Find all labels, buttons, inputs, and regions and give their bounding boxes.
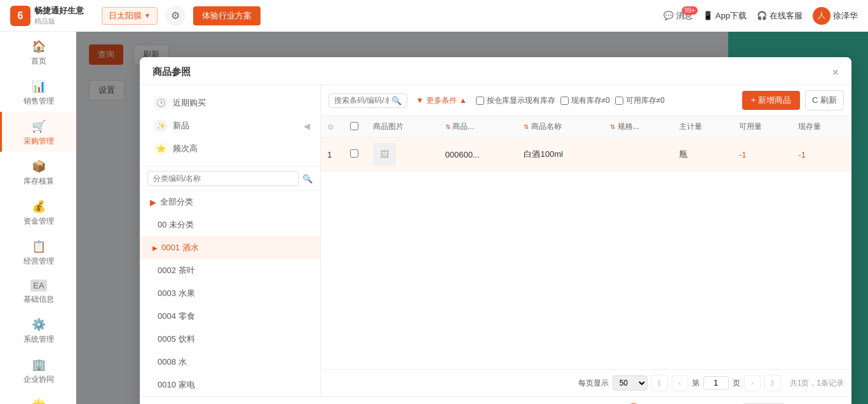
product-search-input[interactable] [334,96,389,105]
per-page-label: 每页显示 [578,378,609,389]
image-icon: 🖼 [380,149,389,159]
sidebar-item-operations[interactable]: 📋 经营管理 [0,232,76,272]
table-header-row: ⚙ 商品图片 ⇅ [321,116,851,138]
modal-header: 商品参照 × [140,57,851,85]
brand-selector[interactable]: 日太阳膜 ▼ [102,7,158,25]
per-page-select[interactable]: 50 100 200 [613,375,648,391]
prev-page-button[interactable]: ‹ [672,375,688,391]
left-panel-header: 🕒 近期购买 ✨ 新品 ⭐ 频次高 ◀ [140,85,320,167]
product-toolbar: 🔍 ▼ 更多条件 ▲ 按仓库显示现有库存 [321,85,851,116]
category-search-icon[interactable]: 🔍 [302,174,313,184]
collapse-left-panel-button[interactable]: ◀ [301,119,313,132]
modal-footer: 显示停用 ? 🛒 连续选择的商品 0 ∧ 取消 确定 [140,396,851,404]
category-item-fruit[interactable]: 0003 水果 [140,282,320,305]
avatar: 人 [813,7,831,25]
online-support-button[interactable]: 🎧 在线客服 [757,10,803,22]
current-page-input[interactable] [703,376,729,390]
right-panel: 🔍 ▼ 更多条件 ▲ 按仓库显示现有库存 [321,85,851,396]
first-page-button[interactable]: ⟪ [651,375,668,391]
product-reference-modal: 商品参照 × 🕒 近期购买 ✨ 新品 [140,57,851,404]
tab-recent-purchase[interactable]: 🕒 近期购买 [147,91,297,114]
col-checkbox [344,116,367,138]
row-checkbox[interactable] [350,149,358,158]
tab-frequent[interactable]: ⭐ 频次高 [147,137,297,160]
quick-tabs: 🕒 近期购买 ✨ 新品 ⭐ 频次高 [147,91,297,160]
sidebar-item-purchase[interactable]: 🛒 采购管理 [0,112,76,152]
cell-spec [604,138,673,172]
category-item-alcohol[interactable]: ▶ 0001 酒水 [140,236,320,259]
headset-icon: 🎧 [757,11,767,20]
category-item-snacks[interactable]: 0004 零食 [140,305,320,328]
active-arrow-icon: ▶ [153,245,158,252]
cell-code: 000600... [439,138,518,172]
page-label: 第 [692,378,700,389]
filter-icon: ▼ [416,96,424,105]
expand-arrow-icon: ▶ [150,198,156,207]
category-item-drinks[interactable]: 0005 饮料 [140,328,320,351]
category-item-tea[interactable]: 0002 茶叶 [140,259,320,282]
col-code[interactable]: ⇅ 商品... [439,116,518,138]
logo-text: 畅捷通好生意 精品版 [34,5,84,26]
col-settings[interactable]: ⚙ [321,116,344,138]
available-stock-checkbox[interactable] [560,97,569,105]
modal-title: 商品参照 [153,66,191,78]
col-unit: 主计量 [673,116,732,138]
app-download-button[interactable]: 📱 App下载 [703,10,747,22]
total-info: 共1页，1条记录 [790,378,844,389]
guide-icon: 🌟 [32,398,46,404]
category-search-input[interactable] [147,171,299,186]
message-icon: 💬 [663,11,674,20]
page-suffix: 页 [733,378,740,389]
sidebar-item-inventory[interactable]: 📦 库存核算 [0,152,76,192]
topbar: 6 畅捷通好生意 精品版 日太阳膜 ▼ ⚙ 体验行业方案 💬 消息 99+ 📱 … [0,0,868,32]
star-icon: ⭐ [154,142,168,156]
checkbox-usable-stock[interactable]: 可用库存≠0 [615,95,665,106]
checkbox-available-stock[interactable]: 现有库存≠0 [560,95,610,106]
select-all-checkbox[interactable] [350,122,358,130]
tab-new-products[interactable]: ✨ 新品 [147,114,297,137]
last-page-button[interactable]: ⟫ [764,375,781,391]
column-settings-icon[interactable]: ⚙ [327,123,334,131]
purchase-icon: 🛒 [32,119,46,133]
category-item-water[interactable]: 0008 水 [140,351,320,374]
basics-icon: EA [31,279,46,292]
product-search-icon[interactable]: 🔍 [391,96,402,105]
enterprise-icon: 🏢 [32,358,46,372]
product-table: ⚙ 商品图片 ⇅ [321,116,851,172]
user-menu[interactable]: 人 徐泽华 [813,7,858,25]
col-available: 可用量 [733,116,792,138]
cell-index: 1 [321,138,344,172]
category-item-all[interactable]: ▶ 全部分类 [140,191,320,213]
logo-icon: 6 [10,6,31,26]
next-page-button[interactable]: › [744,375,761,391]
sidebar-item-enterprise[interactable]: 🏢 企业协同 [0,350,76,390]
sidebar-item-basics[interactable]: EA 基础信息 [0,272,76,310]
more-filters-button[interactable]: ▼ 更多条件 ▲ [412,93,471,109]
col-spec[interactable]: ⇅ 规格... [604,116,673,138]
modal-close-button[interactable]: × [832,67,839,78]
category-item-appliances[interactable]: 0010 家电 [140,374,320,396]
trial-button[interactable]: 体验行业方案 [193,6,261,25]
sidebar-item-guide[interactable]: 🌟 新手引导 [0,390,76,404]
sidebar-item-home[interactable]: 🏠 首页 [0,32,76,72]
usable-stock-checkbox[interactable] [615,97,623,105]
warehouse-stock-checkbox[interactable] [476,97,484,105]
category-search-area: 🔍 [140,167,320,191]
table-row[interactable]: 1 🖼 [321,138,851,172]
content-area: 查询 刷新 设置 商品参照 × [76,32,868,404]
category-list: ▶ 全部分类 00 未分类 ▶ 0001 酒水 0002 茶叶 [140,191,320,396]
sidebar-item-finance[interactable]: 💰 资金管理 [0,192,76,232]
sidebar-item-sales[interactable]: 📊 销售管理 [0,72,76,112]
refresh-button[interactable]: C 刷新 [805,90,844,111]
col-name[interactable]: ⇅ 商品名称 [517,116,604,138]
sidebar-item-system[interactable]: ⚙️ 系统管理 [0,310,76,350]
col-stock: 现存量 [792,116,851,138]
category-item-uncategorized[interactable]: 00 未分类 [140,213,320,236]
add-product-button[interactable]: + 新增商品 [742,91,800,110]
checkbox-warehouse-stock[interactable]: 按仓库显示现有库存 [476,95,555,106]
settings-button[interactable]: ⚙ [165,6,186,26]
cell-unit: 瓶 [673,138,732,172]
messages-button[interactable]: 💬 消息 99+ [663,10,693,22]
username-label: 徐泽华 [833,10,858,22]
clock-icon: 🕒 [154,96,168,110]
